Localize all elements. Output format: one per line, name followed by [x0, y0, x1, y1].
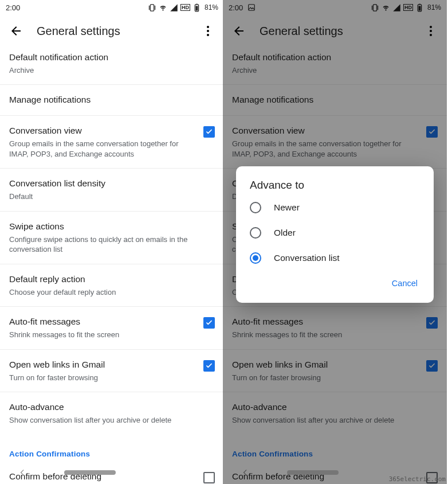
- wifi-icon: [159, 3, 167, 12]
- status-time: 2:00: [6, 3, 20, 12]
- watermark: 365electric.com: [389, 475, 446, 483]
- row-title: Auto-advance: [9, 401, 215, 413]
- row-auto-fit-messages[interactable]: Auto-fit messagesShrink messages to fit …: [0, 306, 224, 349]
- row-subtitle: Turn on for faster browsing: [9, 373, 195, 383]
- radio-icon: [250, 202, 261, 213]
- nav-home-pill[interactable]: [64, 470, 116, 475]
- row-manage-notifications[interactable]: Manage notifications: [0, 84, 224, 115]
- row-title: Default reply action: [9, 274, 215, 286]
- option-newer[interactable]: Newer: [236, 195, 434, 220]
- arrow-back-icon: [9, 24, 23, 38]
- row-title: Conversation list density: [9, 178, 215, 190]
- vibrate-icon: [148, 3, 156, 12]
- option-label: Conversation list: [274, 253, 340, 263]
- row-subtitle: Shrink messages to fit the screen: [9, 330, 195, 340]
- row-list-density[interactable]: Conversation list densityDefault: [0, 168, 224, 210]
- screenshot-left: 2:00 HD 81% General settings Default not…: [0, 0, 224, 484]
- more-vert-icon: [201, 24, 215, 38]
- row-title: Default notification action: [9, 52, 215, 64]
- option-conversation-list[interactable]: Conversation list: [236, 245, 434, 271]
- checkbox-auto-fit[interactable]: [203, 317, 215, 329]
- status-bar: 2:00 HD 81%: [0, 0, 224, 15]
- row-subtitle: Default: [9, 192, 215, 202]
- checkbox-web-links[interactable]: [203, 360, 215, 372]
- overflow-button[interactable]: [195, 18, 221, 44]
- row-title: Manage notifications: [9, 94, 215, 106]
- system-nav-bar: [0, 461, 224, 484]
- checkbox-conversation-view[interactable]: [203, 126, 215, 138]
- row-open-web-links[interactable]: Open web links in GmailTurn on for faste…: [0, 349, 224, 392]
- row-default-notification-action[interactable]: Default notification actionArchive: [0, 47, 224, 84]
- nav-back-icon[interactable]: [19, 469, 27, 477]
- row-subtitle: Choose your default reply action: [9, 287, 215, 298]
- auto-advance-dialog: Advance to Newer Older Conversation list…: [236, 166, 434, 303]
- cancel-button[interactable]: Cancel: [386, 274, 423, 292]
- settings-list: Default notification actionArchive Manag…: [0, 47, 224, 484]
- row-auto-advance[interactable]: Auto-advanceShow conversation list after…: [0, 392, 224, 434]
- row-title: Conversation view: [9, 125, 195, 137]
- radio-icon: [250, 252, 261, 264]
- row-subtitle: Configure swipe actions to quickly act o…: [9, 235, 215, 255]
- dialog-title: Advance to: [236, 179, 434, 195]
- section-action-confirmations: Action Confirmations: [0, 435, 224, 462]
- row-subtitle: Show conversation list after you archive…: [9, 415, 215, 426]
- signal-icon: [170, 3, 178, 12]
- radio-icon: [250, 227, 261, 239]
- option-label: Older: [274, 228, 296, 238]
- back-button[interactable]: [3, 18, 29, 44]
- page-title: General settings: [37, 25, 195, 38]
- row-title: Open web links in Gmail: [9, 359, 195, 371]
- check-icon: [205, 319, 213, 327]
- screenshot-right: 2:00 HD 81% General settings Default not…: [223, 0, 447, 484]
- option-older[interactable]: Older: [236, 220, 434, 245]
- row-swipe-actions[interactable]: Swipe actionsConfigure swipe actions to …: [0, 211, 224, 264]
- row-title: Auto-fit messages: [9, 316, 195, 328]
- check-icon: [205, 362, 213, 370]
- row-default-reply-action[interactable]: Default reply actionChoose your default …: [0, 264, 224, 306]
- app-bar: General settings: [0, 15, 224, 47]
- row-subtitle: Group emails in the same conversation to…: [9, 139, 195, 159]
- status-icons: HD 81%: [148, 3, 218, 12]
- dialog-actions: Cancel: [236, 271, 434, 296]
- row-conversation-view[interactable]: Conversation viewGroup emails in the sam…: [0, 115, 224, 168]
- battery-pct: 81%: [205, 3, 218, 11]
- hd-icon: HD: [180, 4, 190, 11]
- check-icon: [205, 128, 213, 136]
- row-subtitle: Archive: [9, 65, 215, 76]
- battery-icon: [192, 3, 201, 12]
- row-title: Swipe actions: [9, 221, 215, 233]
- option-label: Newer: [274, 202, 300, 213]
